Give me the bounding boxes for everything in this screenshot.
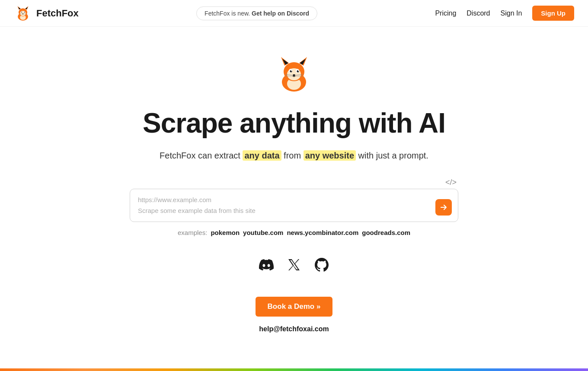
discord-link[interactable]: Discord xyxy=(467,10,490,17)
header: FetchFox FetchFox is new. Get help on Di… xyxy=(0,0,588,27)
code-toggle-area: </> xyxy=(130,178,458,187)
twitter-x-social-icon[interactable] xyxy=(286,257,302,273)
signup-button[interactable]: Sign Up xyxy=(532,6,574,21)
social-icons-row xyxy=(259,257,329,273)
header-nav: Pricing Discord Sign In Sign Up xyxy=(435,6,574,21)
scrape-submit-button[interactable] xyxy=(435,199,452,216)
highlight-any-website: any website xyxy=(304,150,356,161)
svg-point-31 xyxy=(291,70,292,71)
svg-point-10 xyxy=(21,12,22,13)
logo-text: FetchFox xyxy=(36,8,79,19)
announcement-banner: FetchFox is new. Get help on Discord xyxy=(196,6,317,20)
svg-point-11 xyxy=(24,12,25,13)
hero-title: Scrape anything with AI xyxy=(143,108,445,138)
svg-point-33 xyxy=(293,74,295,76)
url-placeholder-text: https://www.example.com xyxy=(138,196,450,203)
subtitle-suffix: with just a prompt. xyxy=(356,151,428,160)
main-content: Scrape anything with AI FetchFox can ext… xyxy=(0,27,588,347)
hero-subtitle: FetchFox can extract any data from any w… xyxy=(160,149,428,162)
bottom-rainbow-bar xyxy=(0,368,588,371)
svg-point-30 xyxy=(297,70,299,73)
svg-point-32 xyxy=(298,70,299,71)
svg-point-14 xyxy=(22,13,24,14)
examples-row: examples: pokemon youtube.com news.ycomb… xyxy=(178,229,410,236)
prompt-placeholder-text: Scrape some example data from this site xyxy=(138,207,256,214)
svg-point-29 xyxy=(290,70,292,73)
highlight-any-data: any data xyxy=(243,150,281,161)
book-demo-button[interactable]: Book a Demo » xyxy=(256,297,333,317)
subtitle-prefix: FetchFox can extract xyxy=(160,151,243,160)
fox-logo-icon xyxy=(14,4,32,22)
contact-email: help@fetchfoxai.com xyxy=(259,325,329,333)
subtitle-middle: from xyxy=(281,151,304,160)
pricing-link[interactable]: Pricing xyxy=(435,10,456,17)
example-youtube[interactable]: youtube.com xyxy=(243,229,283,236)
announcement-text: FetchFox is new. xyxy=(205,10,250,17)
example-goodreads[interactable]: goodreads.com xyxy=(362,229,410,236)
example-ycombinator[interactable]: news.ycombinator.com xyxy=(287,229,358,236)
example-pokemon[interactable]: pokemon xyxy=(211,229,240,236)
hero-fox-icon xyxy=(272,53,316,96)
discord-social-icon[interactable] xyxy=(259,257,274,273)
signin-link[interactable]: Sign In xyxy=(501,10,522,17)
arrow-right-icon xyxy=(440,203,447,211)
announcement-cta: Get help on Discord xyxy=(252,10,309,17)
svg-point-12 xyxy=(22,12,22,12)
scrape-input-box: https://www.example.com Scrape some exam… xyxy=(130,189,458,222)
github-social-icon[interactable] xyxy=(314,257,329,273)
logo[interactable]: FetchFox xyxy=(14,4,79,22)
examples-label: examples: xyxy=(178,229,207,236)
svg-point-13 xyxy=(25,12,25,12)
code-toggle-icon[interactable]: </> xyxy=(445,178,457,187)
